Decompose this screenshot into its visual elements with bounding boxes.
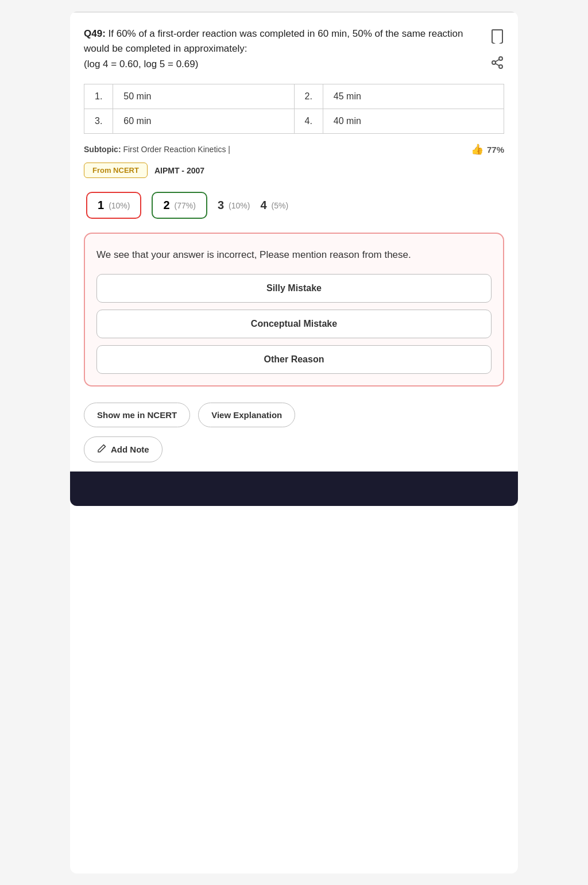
option-1-value: 50 min [113, 84, 294, 109]
options-table: 1. 50 min 2. 45 min 3. 60 min 4. 40 min [84, 84, 504, 134]
question-text: Q49: If 60% of a first-order reaction wa… [84, 26, 481, 72]
question-text-block: Q49: If 60% of a first-order reaction wa… [84, 26, 490, 72]
answer-options-row: 1 (10%) 2 (77%) 3 (10%) 4 (5%) [84, 192, 504, 219]
show-ncert-label: Show me in NCERT [97, 410, 177, 420]
subtopic-row: Subtopic: First Order Reaction Kinetics … [84, 143, 504, 156]
conceptual-mistake-button[interactable]: Conceptual Mistake [96, 310, 492, 338]
bookmark-icon [491, 29, 504, 47]
edit-icon [97, 444, 106, 455]
answer-option-4[interactable]: 4 (5%) [260, 199, 288, 212]
svg-line-0 [496, 60, 500, 62]
answer-option-2[interactable]: 2 (77%) [152, 192, 207, 219]
show-ncert-button[interactable]: Show me in NCERT [84, 403, 190, 427]
share-button[interactable] [490, 56, 504, 72]
option-2-num: 2. [294, 84, 323, 109]
answer-3-num: 3 [218, 199, 224, 212]
thumbs-up-icon: 👍 [471, 143, 483, 156]
svg-line-1 [496, 64, 500, 66]
subtopic-label: Subtopic: [84, 145, 121, 154]
answer-2-num: 2 [163, 199, 169, 212]
add-note-label: Add Note [111, 445, 149, 454]
silly-mistake-label: Silly Mistake [266, 283, 322, 293]
add-note-button[interactable]: Add Note [84, 436, 163, 462]
page-container: Q49: If 60% of a first-order reaction wa… [70, 11, 518, 874]
option-row-2: 3. 60 min 4. 40 min [84, 109, 504, 134]
conceptual-mistake-label: Conceptual Mistake [251, 319, 337, 329]
answer-option-1[interactable]: 1 (10%) [86, 192, 141, 219]
answer-4-pct: (5%) [272, 201, 289, 210]
option-1-num: 1. [84, 84, 113, 109]
question-section: Q49: If 60% of a first-order reaction wa… [70, 26, 518, 462]
tags-row: From NCERT AIPMT - 2007 [84, 163, 504, 178]
answer-option-3[interactable]: 3 (10%) [218, 199, 250, 212]
icons-column [490, 26, 504, 72]
bottom-actions: Show me in NCERT View Explanation [84, 403, 504, 427]
question-number: Q49: [84, 28, 106, 39]
option-4-num: 4. [294, 109, 323, 134]
answer-2-pct: (77%) [175, 201, 196, 210]
top-divider [70, 11, 518, 13]
answer-3-pct: (10%) [229, 201, 250, 210]
question-body: If 60% of a first-order reaction was com… [84, 28, 463, 54]
silly-mistake-button[interactable]: Silly Mistake [96, 274, 492, 303]
like-section: 👍 77% [471, 143, 504, 156]
question-hint: (log 4 = 0.60, log 5 = 0.69) [84, 59, 198, 69]
question-header: Q49: If 60% of a first-order reaction wa… [84, 26, 504, 72]
incorrect-reason-box: We see that your answer is incorrect, Pl… [84, 233, 504, 387]
subtopic-value: First Order Reaction Kinetics | [123, 145, 230, 154]
subtopic-info: Subtopic: First Order Reaction Kinetics … [84, 145, 230, 154]
view-explanation-label: View Explanation [211, 410, 282, 420]
bookmark-button[interactable] [491, 29, 504, 47]
ncert-tag: From NCERT [84, 163, 148, 178]
answer-1-num: 1 [98, 199, 104, 212]
share-icon [490, 56, 504, 72]
option-3-value: 60 min [113, 109, 294, 134]
answer-4-num: 4 [260, 199, 266, 212]
view-explanation-button[interactable]: View Explanation [198, 403, 295, 427]
option-2-value: 45 min [323, 84, 504, 109]
like-percentage: 77% [487, 145, 504, 154]
exam-tag: AIPMT - 2007 [154, 166, 204, 175]
answer-1-pct: (10%) [109, 201, 130, 210]
other-reason-button[interactable]: Other Reason [96, 345, 492, 374]
incorrect-message: We see that your answer is incorrect, Pl… [96, 248, 492, 262]
bottom-dark-bar [70, 472, 518, 506]
other-reason-label: Other Reason [264, 354, 324, 364]
option-4-value: 40 min [323, 109, 504, 134]
option-row-1: 1. 50 min 2. 45 min [84, 84, 504, 109]
option-3-num: 3. [84, 109, 113, 134]
